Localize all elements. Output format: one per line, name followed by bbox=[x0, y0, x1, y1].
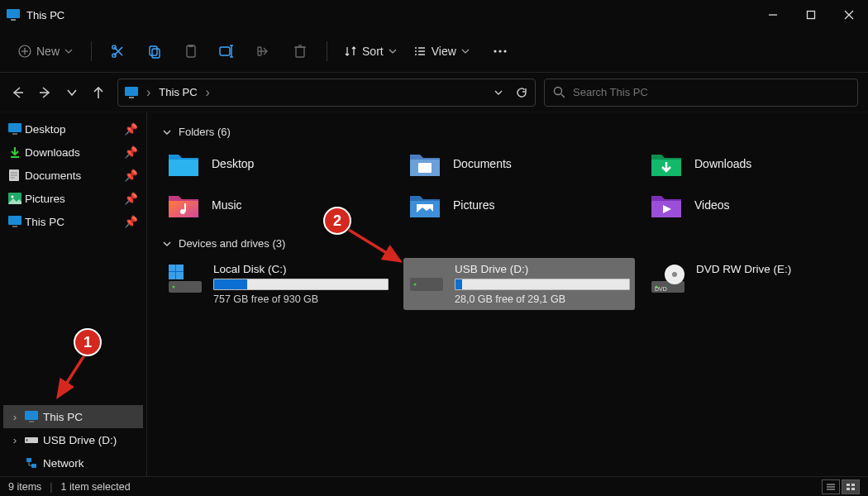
tree-item-network[interactable]: › Network bbox=[3, 451, 143, 475]
sidebar-item-thispc[interactable]: This PC 📌 bbox=[3, 210, 143, 233]
view-button[interactable]: View bbox=[407, 41, 476, 61]
quick-access-section: Desktop 📌 Downloads 📌 Documents 📌 Pictur… bbox=[0, 117, 146, 233]
svg-point-47 bbox=[12, 196, 14, 198]
cut-button[interactable] bbox=[102, 36, 135, 66]
status-items: 9 items bbox=[8, 481, 41, 493]
pin-icon: 📌 bbox=[124, 215, 138, 228]
svg-line-79 bbox=[349, 230, 400, 261]
search-bar[interactable] bbox=[544, 79, 858, 107]
svg-rect-39 bbox=[8, 123, 21, 132]
chevron-down-icon bbox=[461, 47, 470, 55]
tree-item-thispc[interactable]: › This PC bbox=[3, 405, 143, 428]
share-button[interactable] bbox=[247, 36, 280, 66]
svg-rect-49 bbox=[12, 226, 17, 227]
copy-button[interactable] bbox=[138, 36, 171, 66]
svg-rect-14 bbox=[188, 45, 193, 47]
pin-icon: 📌 bbox=[124, 122, 138, 136]
trash-icon bbox=[293, 44, 307, 59]
hdd-icon bbox=[408, 263, 445, 296]
search-input[interactable] bbox=[573, 86, 849, 98]
tree-section: › This PC › USB Drive (D:) › Network bbox=[0, 405, 146, 475]
dvd-icon: DVD bbox=[650, 263, 686, 296]
content: Folders (6) Desktop Documents Downloads bbox=[147, 112, 868, 476]
sidebar-item-downloads[interactable]: Downloads 📌 bbox=[3, 141, 143, 164]
breadcrumb[interactable]: This PC bbox=[159, 86, 197, 98]
delete-button[interactable] bbox=[284, 36, 317, 66]
pin-icon: 📌 bbox=[124, 169, 138, 182]
svg-rect-20 bbox=[296, 47, 304, 57]
chevron-right-icon: › bbox=[10, 411, 20, 423]
address-dropdown[interactable] bbox=[494, 88, 503, 98]
status-selected: 1 item selected bbox=[61, 481, 131, 493]
folder-label: Documents bbox=[453, 157, 512, 170]
drives-group-header[interactable]: Devices and drives (3) bbox=[162, 237, 853, 250]
drives-grid: Local Disk (C:) 757 GB free of 930 GB US… bbox=[162, 258, 853, 310]
new-label: New bbox=[36, 45, 60, 58]
chevron-right-icon: › bbox=[146, 85, 150, 100]
sidebar-item-documents[interactable]: Documents 📌 bbox=[3, 164, 143, 187]
maximize-button[interactable] bbox=[792, 0, 830, 30]
svg-rect-11 bbox=[150, 46, 157, 55]
sidebar-item-pictures[interactable]: Pictures 📌 bbox=[3, 187, 143, 210]
sidebar-item-label: Pictures bbox=[25, 193, 65, 205]
forward-button[interactable] bbox=[38, 85, 53, 100]
sidebar-item-desktop[interactable]: Desktop 📌 bbox=[3, 117, 143, 141]
divider bbox=[91, 41, 92, 61]
folder-documents[interactable]: Documents bbox=[403, 146, 635, 181]
group-label: Devices and drives (3) bbox=[179, 237, 285, 250]
back-button[interactable] bbox=[10, 85, 25, 100]
svg-rect-56 bbox=[169, 160, 198, 176]
svg-rect-60 bbox=[169, 201, 198, 217]
folder-videos[interactable]: Videos bbox=[645, 188, 868, 222]
plus-circle-icon bbox=[18, 45, 31, 58]
titlebar: This PC bbox=[0, 0, 868, 30]
recent-button[interactable] bbox=[66, 87, 78, 98]
storage-bar bbox=[455, 279, 630, 290]
folder-music[interactable]: Music bbox=[162, 188, 393, 222]
drive-dvd-e[interactable]: DVD DVD RW Drive (E:) bbox=[645, 258, 868, 310]
sidebar-item-label: This PC bbox=[25, 216, 64, 228]
sidebar-item-label: Desktop bbox=[25, 123, 66, 136]
sidebar-item-label: Downloads bbox=[25, 146, 80, 159]
drive-name: DVD RW Drive (E:) bbox=[696, 263, 868, 275]
window-title: This PC bbox=[26, 9, 64, 21]
close-button[interactable] bbox=[830, 0, 868, 30]
tree-item-usb[interactable]: › USB Drive (D:) bbox=[3, 428, 143, 451]
details-view-toggle[interactable] bbox=[822, 479, 840, 494]
folder-pictures[interactable]: Pictures bbox=[403, 188, 635, 222]
search-icon bbox=[553, 86, 565, 98]
svg-rect-53 bbox=[26, 439, 28, 441]
folder-downloads[interactable]: Downloads bbox=[645, 146, 868, 181]
downloads-folder-icon bbox=[650, 150, 683, 178]
svg-text:DVD: DVD bbox=[655, 286, 667, 292]
folder-label: Desktop bbox=[212, 157, 254, 170]
status-bar: 9 items | 1 item selected bbox=[0, 476, 868, 496]
more-button[interactable] bbox=[479, 45, 514, 57]
paste-button[interactable] bbox=[174, 36, 207, 66]
svg-rect-36 bbox=[129, 97, 134, 98]
folder-desktop[interactable]: Desktop bbox=[162, 146, 393, 181]
svg-point-29 bbox=[494, 50, 496, 52]
rename-button[interactable] bbox=[211, 36, 244, 66]
network-icon bbox=[25, 457, 38, 469]
address-bar[interactable]: › This PC › bbox=[117, 79, 536, 107]
sort-button[interactable]: Sort bbox=[337, 41, 403, 61]
drive-usb-d[interactable]: USB Drive (D:) 28,0 GB free of 29,1 GB bbox=[403, 258, 635, 310]
folders-group-header[interactable]: Folders (6) bbox=[162, 126, 853, 138]
tree-item-label: Network bbox=[43, 457, 84, 470]
minimize-button[interactable] bbox=[754, 0, 792, 30]
annotation-marker-2: 2 bbox=[323, 207, 351, 235]
refresh-button[interactable] bbox=[515, 86, 528, 99]
annotation-arrow-1 bbox=[48, 351, 98, 408]
up-button[interactable] bbox=[91, 85, 106, 100]
usb-drive-icon bbox=[25, 435, 38, 445]
tiles-view-toggle[interactable] bbox=[842, 479, 860, 494]
drive-free-text: 28,0 GB free of 29,1 GB bbox=[455, 293, 630, 305]
svg-rect-83 bbox=[847, 484, 850, 486]
thispc-icon bbox=[7, 9, 20, 21]
new-button[interactable]: New bbox=[10, 40, 81, 63]
pin-icon: 📌 bbox=[124, 192, 138, 205]
svg-rect-13 bbox=[187, 45, 195, 57]
chevron-right-icon: › bbox=[10, 434, 20, 446]
downloads-icon bbox=[8, 145, 21, 159]
